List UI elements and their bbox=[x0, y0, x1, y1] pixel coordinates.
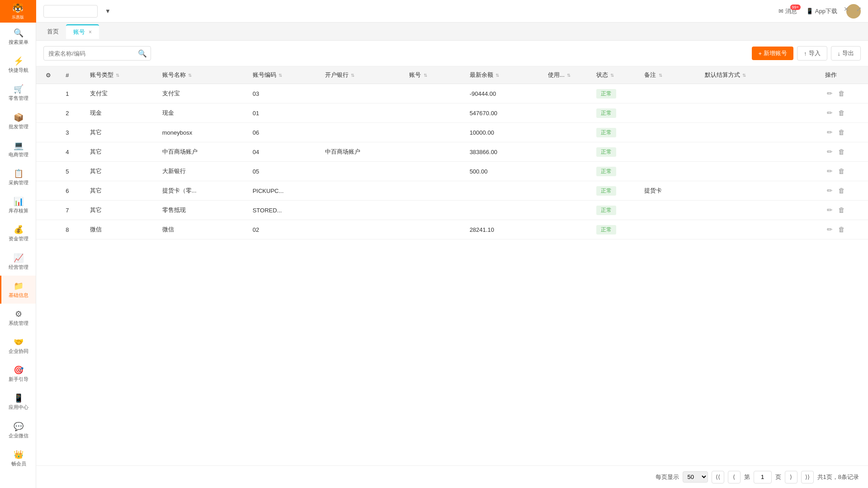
content-area: 🔍 + 新增账号 ↑ 导入 ↓ 导出 bbox=[36, 41, 868, 488]
top-header: ▼ ✉ 消息 99+ 📱 App下载 bbox=[36, 0, 868, 23]
window-controls: ✕ ⤢ bbox=[841, 0, 868, 18]
message-badge: 99+ bbox=[790, 5, 801, 10]
export-icon: ↓ bbox=[838, 50, 841, 57]
sidebar-item-quick-nav[interactable]: ⚡ 快捷导航 bbox=[0, 51, 36, 79]
sidebar-item-wholesale[interactable]: 📦 批发管理 bbox=[0, 107, 36, 135]
col-bank[interactable]: 开户银行 ⇅ bbox=[320, 66, 404, 84]
sidebar-item-corp-agreement[interactable]: 🤝 企业协同 bbox=[0, 332, 36, 360]
row-index: 6 bbox=[60, 181, 84, 201]
row-actions: ✏ 🗑 bbox=[820, 103, 868, 123]
delete-button[interactable]: 🗑 bbox=[836, 127, 847, 137]
delete-button[interactable]: 🗑 bbox=[836, 89, 847, 98]
maximize-window-button[interactable]: ⤢ bbox=[854, 4, 864, 14]
page-input[interactable] bbox=[754, 471, 772, 483]
first-page-button[interactable]: ⟨⟨ bbox=[712, 471, 724, 483]
sort-code-icon: ⇅ bbox=[278, 73, 282, 78]
sidebar-item-basic-info[interactable]: 📁 基础信息 bbox=[0, 276, 36, 304]
delete-button[interactable]: 🗑 bbox=[836, 108, 847, 117]
delete-button[interactable]: 🗑 bbox=[836, 205, 847, 215]
col-usage[interactable]: 使用... ⇅ bbox=[542, 66, 591, 84]
app-download-button[interactable]: 📱 App下载 bbox=[806, 7, 837, 15]
col-account[interactable]: 账号 ⇅ bbox=[404, 66, 464, 84]
prev-page-button[interactable]: ⟨ bbox=[728, 471, 741, 483]
col-remark[interactable]: 备注 ⇅ bbox=[639, 66, 699, 84]
app-center-icon: 📱 bbox=[14, 393, 24, 403]
edit-button[interactable]: ✏ bbox=[825, 225, 835, 235]
ecommerce-icon: 💻 bbox=[14, 141, 24, 150]
col-settings[interactable]: ⚙ bbox=[36, 66, 60, 84]
delete-button[interactable]: 🗑 bbox=[836, 147, 847, 156]
sidebar-item-corp-wechat[interactable]: 💬 企业微信 bbox=[0, 416, 36, 444]
search-button[interactable]: 🔍 bbox=[134, 49, 151, 58]
edit-button[interactable]: ✏ bbox=[825, 205, 835, 215]
sidebar-item-operation[interactable]: 📈 经营管理 bbox=[0, 248, 36, 276]
export-button[interactable]: ↓ 导出 bbox=[831, 46, 861, 61]
delete-button[interactable]: 🗑 bbox=[836, 166, 847, 176]
accounts-table: ⚙ # 账号类型 ⇅ 账号名称 ⇅ 账号编码 ⇅ 开户银行 ⇅ 账号 ⇅ 最新余… bbox=[36, 66, 868, 239]
sidebar-item-vip[interactable]: 👑 畅会员 bbox=[0, 444, 36, 472]
tab-home-label: 首页 bbox=[47, 28, 59, 36]
tab-home[interactable]: 首页 bbox=[40, 24, 66, 39]
wholesale-icon: 📦 bbox=[14, 113, 24, 122]
sidebar-item-vip-label: 畅会员 bbox=[11, 461, 26, 467]
sidebar-item-system[interactable]: ⚙ 系统管理 bbox=[0, 304, 36, 332]
add-account-label: 新增账号 bbox=[764, 49, 787, 57]
app-logo: 🐯 乐惠版 bbox=[0, 0, 36, 23]
page-size-select[interactable]: 50 100 200 bbox=[683, 471, 708, 483]
edit-button[interactable]: ✏ bbox=[825, 147, 835, 157]
col-code[interactable]: 账号编码 ⇅ bbox=[247, 66, 320, 84]
next-page-button[interactable]: ⟩ bbox=[785, 471, 797, 483]
row-bank bbox=[320, 201, 404, 220]
row-balance bbox=[464, 181, 542, 201]
row-balance bbox=[464, 201, 542, 220]
edit-button[interactable]: ✏ bbox=[825, 127, 835, 137]
col-default-payment[interactable]: 默认结算方式 ⇅ bbox=[699, 66, 820, 84]
search-input[interactable] bbox=[44, 50, 134, 57]
close-window-button[interactable]: ✕ bbox=[841, 4, 852, 14]
table-row: 1 支付宝 支付宝 03 -90444.00 正常 ✏ 🗑 bbox=[36, 84, 868, 103]
header-search-input[interactable] bbox=[43, 5, 98, 18]
row-name: 零售抵现 bbox=[157, 201, 247, 220]
add-account-button[interactable]: + 新增账号 bbox=[752, 47, 793, 60]
table-row: 7 其它 零售抵现 STORED... 正常 ✏ 🗑 bbox=[36, 201, 868, 220]
row-status: 正常 bbox=[591, 162, 639, 181]
row-name: 提货卡（零... bbox=[157, 181, 247, 201]
row-usage bbox=[542, 103, 591, 123]
sidebar-item-purchase[interactable]: 📋 采购管理 bbox=[0, 163, 36, 191]
row-account bbox=[404, 103, 464, 123]
sidebar-item-search[interactable]: 🔍 搜索菜单 bbox=[0, 23, 36, 51]
row-account bbox=[404, 162, 464, 181]
message-button[interactable]: ✉ 消息 99+ bbox=[778, 7, 797, 15]
sidebar-item-ecommerce[interactable]: 💻 电商管理 bbox=[0, 135, 36, 163]
row-settings-cell bbox=[36, 181, 60, 201]
row-remark bbox=[639, 220, 699, 239]
sidebar-item-inventory[interactable]: 📊 库存核算 bbox=[0, 191, 36, 219]
row-account bbox=[404, 123, 464, 142]
row-usage bbox=[542, 220, 591, 239]
import-button[interactable]: ↑ 导入 bbox=[797, 46, 827, 61]
edit-button[interactable]: ✏ bbox=[825, 166, 835, 176]
row-usage bbox=[542, 123, 591, 142]
sidebar-item-newbie[interactable]: 🎯 新手引导 bbox=[0, 360, 36, 388]
status-badge: 正常 bbox=[596, 206, 616, 215]
edit-button[interactable]: ✏ bbox=[825, 108, 835, 118]
col-balance[interactable]: 最新余额 ⇅ bbox=[464, 66, 542, 84]
header-dropdown[interactable]: ▼ bbox=[105, 8, 111, 14]
delete-button[interactable]: 🗑 bbox=[836, 186, 847, 195]
row-type: 其它 bbox=[85, 142, 157, 162]
edit-button[interactable]: ✏ bbox=[825, 186, 835, 196]
last-page-button[interactable]: ⟩⟩ bbox=[801, 471, 814, 483]
page-size-label: 每页显示 bbox=[656, 473, 679, 481]
tab-account[interactable]: 账号 × bbox=[66, 24, 99, 39]
col-type[interactable]: 账号类型 ⇅ bbox=[85, 66, 157, 84]
tab-account-close[interactable]: × bbox=[89, 29, 92, 35]
row-name: 现金 bbox=[157, 103, 247, 123]
sidebar-item-app-center[interactable]: 📱 应用中心 bbox=[0, 388, 36, 416]
delete-button[interactable]: 🗑 bbox=[836, 225, 847, 234]
row-actions: ✏ 🗑 bbox=[820, 142, 868, 162]
edit-button[interactable]: ✏ bbox=[825, 89, 835, 99]
col-name[interactable]: 账号名称 ⇅ bbox=[157, 66, 247, 84]
sidebar-item-retail[interactable]: 🛒 零售管理 bbox=[0, 79, 36, 107]
col-status[interactable]: 状态 ⇅ bbox=[591, 66, 639, 84]
sidebar-item-finance[interactable]: 💰 资金管理 bbox=[0, 219, 36, 247]
